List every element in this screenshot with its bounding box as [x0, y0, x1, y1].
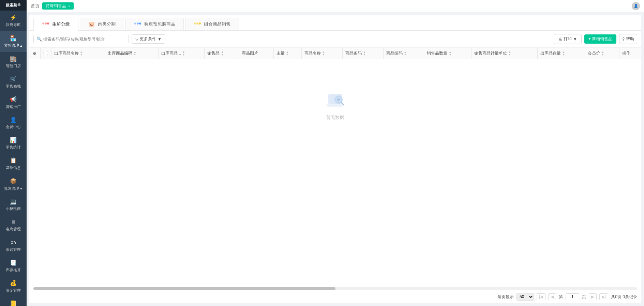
per-page-select[interactable]: 50 10 20 100	[516, 293, 534, 301]
th-item-code[interactable]: 商品编码 ▲▼	[383, 48, 424, 59]
sidebar-item-general-ledger[interactable]: 📒 总账管理	[0, 296, 27, 306]
first-page-button[interactable]: |◀	[537, 293, 545, 300]
th-item-name[interactable]: 商品名称 ▲▼	[302, 48, 343, 59]
th-checkbox[interactable]	[40, 48, 51, 59]
inventory-icon: 📑	[1, 259, 25, 266]
sidebar-item-inventory[interactable]: 📑 库存核算	[0, 256, 27, 276]
table-container: ⚙ 出库商品名称 ▲▼ 出库	[29, 48, 641, 287]
th-member-price[interactable]: 会员价 ▲▼	[585, 48, 619, 59]
data-table: ⚙ 出库商品名称 ▲▼ 出库	[29, 48, 641, 148]
active-tab-tag[interactable]: 特殊销售品 ×	[42, 2, 74, 10]
member-center-icon: 👤	[1, 116, 25, 124]
page-number-input[interactable]	[566, 293, 579, 300]
basic-info-icon: 📋	[1, 157, 25, 164]
sidebar-item-sales-promo[interactable]: 📢 营销推广	[0, 92, 27, 113]
sidebar-item-retail-stats[interactable]: 📊 零售统计	[0, 133, 27, 154]
svg-point-5	[139, 22, 141, 25]
combo-sales-icon	[194, 21, 201, 28]
th-action: 操作	[619, 48, 641, 59]
weigh-pack-icon	[134, 21, 141, 28]
pagination-bar: 每页显示 50 10 20 100 |◀ ◀ 第 页 ▶ ▶| 共0页 0条记录	[29, 290, 641, 303]
filter-arrow-icon: ▼	[158, 37, 162, 42]
th-sale-item[interactable]: 销售品 ▲▼	[205, 48, 239, 59]
sidebar-item-member-center[interactable]: 👤 会员中心	[0, 113, 27, 133]
sidebar-item-mini-ecom[interactable]: 💻 小畅电商	[0, 195, 27, 215]
th-out-spec[interactable]: 出库商品... ▲▼	[158, 48, 204, 59]
help-icon: ?	[622, 37, 625, 42]
new-sale-item-button[interactable]: + 新增销售品	[584, 34, 616, 44]
mini-ecom-icon: 💻	[1, 198, 25, 205]
last-page-button[interactable]: ▶|	[599, 293, 608, 300]
sidebar-item-purchase-mgmt[interactable]: 🛍 采购管理	[0, 235, 27, 256]
th-settings[interactable]: ⚙	[29, 48, 40, 59]
select-all-checkbox[interactable]	[44, 51, 48, 55]
tab-meat-cut-label: 肉类分割	[98, 21, 116, 27]
per-page-label: 每页显示	[497, 294, 514, 300]
th-item-barcode[interactable]: 商品条码 ▲▼	[342, 48, 383, 59]
svg-point-7	[196, 22, 198, 25]
filter-label: 更多条件	[140, 36, 156, 42]
sidebar: 搜索菜单 ⚡ 快捷导航 🏪 零售管理▲ 🏬 智慧门店 🛒 零售商城 📢 营销推广…	[0, 0, 27, 306]
ecom-mgmt-icon: 🖥	[1, 218, 25, 226]
print-icon: 🖨	[558, 37, 562, 42]
sidebar-item-retail-mgmt[interactable]: 🏪 零售管理▲	[0, 31, 27, 52]
prev-page-button[interactable]: ◀	[548, 293, 556, 300]
filter-button[interactable]: ▽ 更多条件 ▼	[132, 34, 165, 44]
active-tab-label: 特殊销售品	[46, 3, 66, 9]
help-button[interactable]: ? 帮助	[619, 34, 637, 44]
sidebar-item-quick-nav[interactable]: ⚡ 快捷导航	[0, 11, 27, 31]
sidebar-item-finance[interactable]: 💰 资金管理	[0, 276, 27, 296]
fresh-grade-icon	[42, 21, 49, 28]
svg-point-3	[134, 22, 136, 25]
quick-nav-icon: ⚡	[1, 14, 25, 21]
th-sale-qty[interactable]: 销售品数量 ▲▼	[424, 48, 471, 59]
sidebar-item-ecom-mgmt[interactable]: 🖥 电商管理	[0, 215, 27, 235]
empty-state: 暂无数据	[29, 59, 641, 148]
sidebar-logo: 搜索菜单	[0, 0, 27, 11]
th-out-qty[interactable]: 出库品数量 ▲▼	[538, 48, 585, 59]
th-sale-unit[interactable]: 销售商品计量单位 ▲▼	[471, 48, 538, 59]
page-prefix: 第	[559, 294, 563, 300]
search-input[interactable]	[43, 37, 126, 42]
tab-weigh-pack[interactable]: 称重预包装商品	[125, 18, 184, 30]
svg-point-8	[199, 22, 201, 25]
close-tab-button[interactable]: ×	[68, 4, 70, 8]
sales-promo-icon: 📢	[1, 96, 25, 103]
meat-cut-icon: 🐷	[88, 21, 95, 28]
next-page-button[interactable]: ▶	[589, 293, 597, 300]
content-card: 生鲜分级 🐷 肉类分割 称重预包装商品	[29, 15, 641, 303]
svg-point-6	[194, 22, 196, 25]
tab-fresh-grade-label: 生鲜分级	[52, 21, 70, 27]
finance-icon: 💰	[1, 279, 25, 287]
purchase-mgmt-icon: 🛍	[1, 239, 25, 246]
tab-meat-cut[interactable]: 🐷 肉类分割	[80, 18, 124, 30]
tab-bar: 生鲜分级 🐷 肉类分割 称重预包装商品	[29, 15, 641, 31]
search-icon: 🔍	[36, 36, 42, 42]
svg-point-0	[42, 22, 44, 25]
sidebar-item-retail-mall[interactable]: 🛒 零售商城	[0, 72, 27, 92]
horizontal-scrollbar[interactable]	[33, 287, 637, 290]
tab-combo-sales[interactable]: 组合商品销售	[185, 18, 239, 30]
print-label: 打印	[564, 36, 572, 42]
th-out-name[interactable]: 出库商品名称 ▲▼	[51, 48, 105, 59]
svg-point-1	[45, 22, 47, 25]
general-ledger-icon: 📒	[1, 300, 25, 306]
retail-mgmt-icon: 🏪	[1, 35, 25, 42]
sidebar-item-smart-store[interactable]: 🏬 智慧门店	[0, 52, 27, 72]
print-button[interactable]: 🖨 打印 ▼	[554, 34, 582, 44]
tab-fresh-grade[interactable]: 生鲜分级	[33, 18, 78, 31]
scrollbar-thumb[interactable]	[33, 287, 335, 290]
home-link[interactable]: 首页	[31, 3, 40, 9]
svg-point-4	[137, 22, 139, 25]
th-item-img[interactable]: 商品图片	[239, 48, 273, 59]
th-out-code[interactable]: 出库商品编码 ▲▼	[105, 48, 158, 59]
main-area: 首页 特殊销售品 × 👤 生鲜分级 🐷	[27, 0, 644, 306]
retail-stats-icon: 📊	[1, 137, 25, 144]
topbar: 首页 特殊销售品 × 👤	[27, 0, 644, 12]
sidebar-item-wholesale-mgmt[interactable]: 📦 批发管理▼	[0, 174, 27, 195]
empty-text: 暂无数据	[326, 114, 344, 121]
tab-combo-sales-label: 组合商品销售	[204, 21, 230, 27]
sidebar-item-basic-info[interactable]: 📋 基础信息	[0, 153, 27, 174]
search-box[interactable]: 🔍	[33, 35, 129, 43]
th-main-weight[interactable]: 主量 ▲▼	[273, 48, 301, 59]
